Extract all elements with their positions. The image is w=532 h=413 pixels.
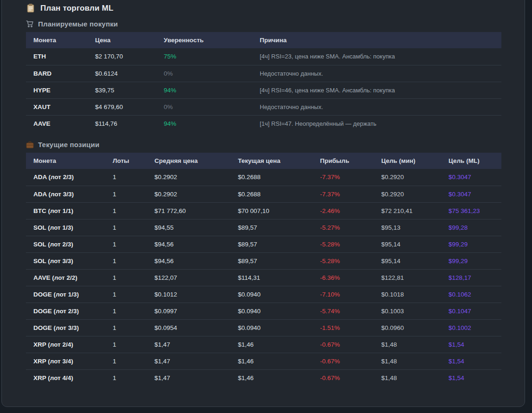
- coin-cell: XRP (лот 2/4): [26, 336, 105, 353]
- profit-cell: -0.67%: [313, 353, 374, 369]
- target-ml-cell: $99,29: [441, 252, 501, 269]
- table-row: XAUT$4 679,600%Недостаточно данных.: [26, 98, 501, 115]
- coin-cell: BARD: [26, 65, 88, 82]
- price-cell: $4 679,60: [88, 98, 156, 115]
- target-min-cell: $0.1018: [374, 286, 441, 303]
- lots-cell: 1: [105, 202, 147, 219]
- coin-cell: DOGE (лот 3/3): [26, 319, 105, 336]
- target-ml-cell: $75 361,23: [441, 202, 501, 219]
- target-min-cell: $95,13: [374, 219, 441, 236]
- planned-purchases-table: Монета Цена Уверенность Причина ETH$2 17…: [26, 32, 501, 132]
- coin-cell: BTC (лот 1/1): [26, 202, 105, 219]
- coin-cell: DOGE (лот 2/3): [26, 303, 105, 319]
- target-min-cell: $122,81: [374, 269, 441, 286]
- lots-cell: 1: [105, 319, 147, 336]
- panel-content: План торговли ML Планируемые покупки Мон…: [2, 0, 525, 386]
- avg-price-cell: $0.2902: [147, 186, 231, 202]
- avg-price-cell: $1,47: [147, 353, 231, 369]
- reason-cell: [1ч] RSI=47. Неопределённый — держать: [252, 115, 501, 132]
- reason-cell: [4ч] RSI=23, цена ниже SMA. Ансамбль: по…: [252, 48, 501, 65]
- target-min-cell: $0.2920: [374, 169, 441, 186]
- profit-cell: -0.67%: [313, 336, 374, 353]
- avg-price-cell: $1,47: [147, 336, 231, 353]
- planned-purchases-body: ETH$2 170,7075%[4ч] RSI=23, цена ниже SM…: [26, 48, 501, 132]
- column-header-coin: Монета: [26, 153, 105, 169]
- column-header-target-ml: Цель (ML): [441, 153, 501, 169]
- table-row: BARD$0.61240%Недостаточно данных.: [26, 65, 501, 82]
- avg-price-cell: $94,56: [147, 236, 231, 252]
- target-min-cell: $1,48: [374, 369, 441, 386]
- briefcase-icon: [26, 141, 34, 148]
- target-ml-cell: $99,29: [441, 236, 501, 252]
- avg-price-cell: $0.1012: [147, 286, 231, 303]
- target-min-cell: $0.2920: [374, 186, 441, 202]
- table-row: BTC (лот 1/1)1$71 772,60$70 007,10-2.46%…: [26, 202, 501, 219]
- profit-cell: -5.28%: [313, 252, 374, 269]
- table-row: DOGE (лот 1/3)1$0.1012$0.0940-7.10%$0.10…: [26, 286, 501, 303]
- coin-cell: XRP (лот 3/4): [26, 353, 105, 369]
- current-price-cell: $0.0940: [231, 319, 313, 336]
- target-min-cell: $1,48: [374, 353, 441, 369]
- lots-cell: 1: [105, 303, 147, 319]
- lots-cell: 1: [105, 169, 147, 186]
- table-row: AAVE (лот 2/2)1$122,07$114,31-6.36%$122,…: [26, 269, 501, 286]
- price-cell: $39,75: [88, 82, 156, 98]
- price-cell: $114,76: [88, 115, 156, 132]
- lots-cell: 1: [105, 252, 147, 269]
- lots-cell: 1: [105, 269, 147, 286]
- profit-cell: -5.27%: [313, 219, 374, 236]
- target-ml-cell: $1,54: [441, 336, 501, 353]
- profit-cell: -5.74%: [313, 303, 374, 319]
- target-ml-cell: $0.3047: [441, 186, 501, 202]
- column-header-coin: Монета: [26, 32, 88, 48]
- avg-price-cell: $0.0997: [147, 303, 231, 319]
- target-min-cell: $0.0960: [374, 319, 441, 336]
- current-price-cell: $0.2688: [231, 169, 313, 186]
- table-row: DOGE (лот 2/3)1$0.0997$0.0940-5.74%$0.10…: [26, 303, 501, 319]
- profit-cell: -2.46%: [313, 202, 374, 219]
- target-min-cell: $95,14: [374, 252, 441, 269]
- profit-cell: -0.67%: [313, 369, 374, 386]
- table-row: ETH$2 170,7075%[4ч] RSI=23, цена ниже SM…: [26, 48, 501, 65]
- current-positions-body: ADA (лот 2/3)1$0.2902$0.2688-7.37%$0.292…: [26, 169, 501, 386]
- avg-price-cell: $0.2902: [147, 169, 231, 186]
- profit-cell: -7.37%: [313, 186, 374, 202]
- table-row: DOGE (лот 3/3)1$0.0954$0.0940-1.51%$0.09…: [26, 319, 501, 336]
- table-header-row: Монета Лоты Средняя цена Текущая цена Пр…: [26, 153, 501, 169]
- avg-price-cell: $94,56: [147, 252, 231, 269]
- column-header-price: Цена: [88, 32, 156, 48]
- profit-cell: -5.28%: [313, 236, 374, 252]
- confidence-cell: 0%: [156, 65, 252, 82]
- column-header-profit: Прибыль: [313, 153, 374, 169]
- section-current-positions: Текущие позиции: [26, 141, 501, 148]
- section-title: Планируемые покупки: [38, 20, 118, 28]
- current-price-cell: $70 007,10: [231, 202, 313, 219]
- profit-cell: -1.51%: [313, 319, 374, 336]
- column-header-target-min: Цель (мин): [374, 153, 441, 169]
- target-ml-cell: $0.3047: [441, 169, 501, 186]
- table-row: ADA (лот 3/3)1$0.2902$0.2688-7.37%$0.292…: [26, 186, 501, 202]
- target-ml-cell: $99,28: [441, 219, 501, 236]
- current-price-cell: $1,46: [231, 353, 313, 369]
- confidence-cell: 94%: [156, 82, 252, 98]
- page-title: План торговли ML: [40, 4, 114, 13]
- column-header-confidence: Уверенность: [156, 32, 252, 48]
- current-price-cell: $0.2688: [231, 186, 313, 202]
- current-price-cell: $114,31: [231, 269, 313, 286]
- current-price-cell: $1,46: [231, 336, 313, 353]
- lots-cell: 1: [105, 186, 147, 202]
- clipboard-icon: [26, 3, 35, 13]
- coin-cell: ETH: [26, 48, 88, 65]
- table-row: ADA (лот 2/3)1$0.2902$0.2688-7.37%$0.292…: [26, 169, 501, 186]
- profit-cell: -7.10%: [313, 286, 374, 303]
- coin-cell: HYPE: [26, 82, 88, 98]
- avg-price-cell: $94,55: [147, 219, 231, 236]
- trading-plan-panel: План торговли ML Планируемые покупки Мон…: [1, 0, 525, 407]
- lots-cell: 1: [105, 369, 147, 386]
- target-ml-cell: $0.1062: [441, 286, 501, 303]
- target-ml-cell: $0.1047: [441, 303, 501, 319]
- table-row: XRP (лот 2/4)1$1,47$1,46-0.67%$1,48$1,54: [26, 336, 501, 353]
- current-price-cell: $89,57: [231, 236, 313, 252]
- shopping-cart-icon: [26, 20, 34, 28]
- coin-cell: SOL (лот 1/3): [26, 219, 105, 236]
